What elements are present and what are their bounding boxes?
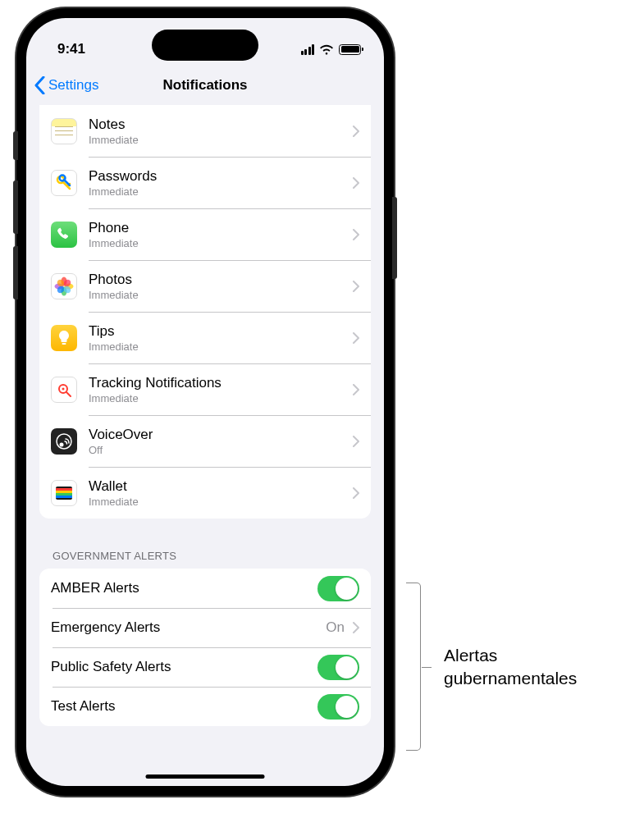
svg-rect-18 bbox=[56, 493, 72, 496]
chevron-right-icon bbox=[353, 384, 359, 395]
app-title: Phone bbox=[89, 219, 353, 236]
app-row-voiceover[interactable]: VoiceOver Off bbox=[39, 415, 371, 467]
status-right bbox=[301, 44, 362, 55]
public-safety-alerts-toggle[interactable] bbox=[317, 655, 359, 680]
status-time: 9:41 bbox=[57, 41, 85, 57]
app-title: Passwords bbox=[89, 167, 353, 185]
app-subtitle: Immediate bbox=[89, 496, 353, 509]
phone-volume-up bbox=[13, 180, 18, 234]
dynamic-island bbox=[152, 30, 258, 61]
app-subtitle: Off bbox=[89, 444, 353, 457]
test-alerts-toggle[interactable] bbox=[317, 694, 359, 720]
app-title: Tracking Notifications bbox=[89, 374, 353, 391]
app-title: Wallet bbox=[89, 477, 353, 495]
tips-icon bbox=[51, 325, 77, 351]
test-alerts-row[interactable]: Test Alerts bbox=[39, 687, 371, 726]
row-label: AMBER Alerts bbox=[51, 579, 317, 596]
voiceover-icon bbox=[51, 428, 77, 455]
back-button[interactable]: Settings bbox=[34, 76, 98, 94]
svg-rect-17 bbox=[56, 491, 72, 493]
callout: Alertas gubernamentales bbox=[406, 583, 577, 751]
chevron-left-icon bbox=[34, 76, 45, 94]
phone-icon bbox=[51, 222, 77, 248]
row-label: Test Alerts bbox=[51, 697, 317, 715]
page-title: Notifications bbox=[163, 77, 248, 94]
government-alerts-group: AMBER Alerts Emergency Alerts On Public … bbox=[39, 569, 371, 726]
chevron-right-icon bbox=[353, 177, 359, 189]
back-label: Settings bbox=[48, 77, 98, 94]
passwords-icon bbox=[51, 170, 77, 196]
app-row-phone[interactable]: Phone Immediate bbox=[39, 208, 371, 260]
svg-point-12 bbox=[62, 387, 65, 390]
app-subtitle: Immediate bbox=[89, 185, 353, 199]
app-subtitle: Immediate bbox=[89, 237, 353, 250]
phone-silent-switch bbox=[13, 131, 18, 160]
svg-rect-19 bbox=[56, 496, 72, 498]
app-subtitle: Immediate bbox=[89, 289, 353, 302]
svg-point-14 bbox=[60, 442, 64, 446]
phone-volume-down bbox=[13, 246, 18, 299]
app-row-tips[interactable]: Tips Immediate bbox=[39, 312, 371, 363]
chevron-right-icon bbox=[353, 487, 359, 499]
tracking-icon bbox=[51, 377, 77, 403]
app-row-wallet[interactable]: Wallet Immediate bbox=[39, 467, 371, 519]
callout-text: Alertas gubernamentales bbox=[444, 644, 577, 689]
app-subtitle: Immediate bbox=[89, 134, 353, 147]
callout-bracket bbox=[406, 583, 421, 751]
app-subtitle: Immediate bbox=[89, 340, 353, 354]
wallet-icon bbox=[51, 480, 77, 506]
notes-icon bbox=[51, 118, 77, 144]
public-safety-alerts-row[interactable]: Public Safety Alerts bbox=[39, 647, 371, 687]
row-label: Emergency Alerts bbox=[51, 619, 326, 636]
app-list-group: Notes Immediate Passwords Immediate bbox=[39, 105, 371, 519]
app-row-photos[interactable]: Photos Immediate bbox=[39, 260, 371, 312]
chevron-right-icon bbox=[353, 281, 359, 292]
screen: 9:41 Settings Notifications bbox=[26, 18, 384, 786]
row-label: Public Safety Alerts bbox=[51, 658, 317, 675]
app-subtitle: Immediate bbox=[89, 392, 353, 405]
amber-alerts-toggle[interactable] bbox=[317, 576, 359, 601]
amber-alerts-row[interactable]: AMBER Alerts bbox=[39, 569, 371, 608]
app-row-passwords[interactable]: Passwords Immediate bbox=[39, 157, 371, 208]
content[interactable]: Notes Immediate Passwords Immediate bbox=[26, 105, 384, 786]
chevron-right-icon bbox=[353, 332, 359, 344]
phone-side-button bbox=[392, 197, 397, 279]
home-indicator[interactable] bbox=[146, 774, 265, 779]
battery-icon bbox=[339, 44, 361, 55]
chevron-right-icon bbox=[353, 126, 359, 137]
nav-bar: Settings Notifications bbox=[26, 66, 384, 105]
phone-frame: 9:41 Settings Notifications bbox=[16, 8, 394, 796]
chevron-right-icon bbox=[353, 622, 359, 633]
emergency-alerts-row[interactable]: Emergency Alerts On bbox=[39, 608, 371, 647]
app-title: Notes bbox=[89, 116, 353, 133]
app-row-notes[interactable]: Notes Immediate bbox=[39, 105, 371, 157]
government-alerts-header: Government Alerts bbox=[39, 535, 371, 569]
svg-rect-16 bbox=[56, 488, 72, 491]
app-title: Tips bbox=[89, 322, 353, 340]
chevron-right-icon bbox=[353, 436, 359, 447]
chevron-right-icon bbox=[353, 229, 359, 240]
wifi-icon bbox=[319, 44, 334, 55]
cellular-signal-icon bbox=[301, 44, 315, 55]
app-row-tracking[interactable]: Tracking Notifications Immediate bbox=[39, 363, 371, 415]
app-title: Photos bbox=[89, 271, 353, 288]
photos-icon bbox=[51, 273, 77, 299]
app-title: VoiceOver bbox=[89, 426, 353, 443]
svg-rect-10 bbox=[62, 343, 66, 345]
row-value: On bbox=[326, 619, 345, 636]
